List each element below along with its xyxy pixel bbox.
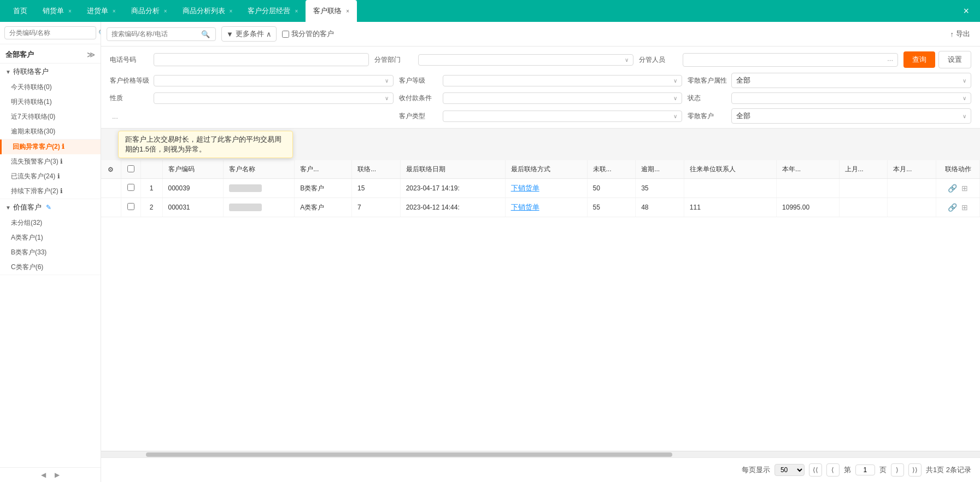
nav-close-product-analysis[interactable]: × (164, 8, 167, 14)
filter-gender-select[interactable]: ∨ (154, 92, 394, 104)
nav-product-analysis[interactable]: 商品分析 × (124, 0, 175, 22)
row1-last-date: 2023-04-17 14:19: (400, 179, 505, 198)
row1-type: B类客户 (295, 179, 352, 198)
my-customers-checkbox-label[interactable]: 我分管的客户 (282, 29, 334, 39)
row2-check[interactable] (121, 198, 140, 217)
sidebar-item-tomorrow[interactable]: 明天待联络(1) (0, 95, 101, 109)
sidebar-item-7days[interactable]: 近7天待联络(0) (0, 109, 101, 124)
nav-customer-segment[interactable]: 客户分层经营 × (240, 0, 306, 22)
dept-arrow-icon: ∨ (625, 57, 629, 63)
nav-close-product-analysis-list[interactable]: × (230, 8, 233, 14)
row1-link-icon[interactable]: 🔗 (948, 184, 957, 193)
h-scroll-thumb[interactable] (146, 452, 672, 457)
row1-check[interactable] (121, 179, 140, 198)
nav-sales-order[interactable]: 销货单 × (35, 0, 79, 22)
more-conditions-button[interactable]: ▼ 更多条件 ∧ (221, 26, 277, 42)
table-row: 2 000031 A类客户 7 2023-04-12 14:44: 下销货单 5… (101, 198, 980, 217)
filter-phone-label: 电话号码 (110, 55, 154, 65)
select-all-checkbox[interactable] (127, 165, 134, 172)
page-number-input[interactable] (855, 464, 875, 475)
col-header-uncontacted: 未联... (587, 160, 636, 179)
sidebar-item-class-c[interactable]: C类客户(6) (0, 260, 101, 275)
sidebar-next-arrow[interactable]: ▶ (51, 470, 63, 480)
sidebar-search-input[interactable] (4, 26, 96, 39)
my-customers-checkbox[interactable] (282, 31, 289, 38)
row2-qrcode-icon[interactable]: ⊞ (961, 203, 968, 212)
setting-button[interactable]: 设置 (938, 51, 971, 68)
sidebar-item-churned[interactable]: 已流失客户(24) ℹ (0, 169, 101, 184)
filter-row-3: 性质 ∨ 收付款条件 ∨ 状态 (110, 92, 971, 104)
filter-customer-level: 客户等级 ∨ (399, 75, 683, 86)
customer-level-arrow: ∨ (673, 78, 677, 84)
row1-code[interactable]: 000039 (162, 179, 223, 198)
sidebar-item-class-a[interactable]: A类客户(1) (0, 230, 101, 245)
prev-page-button[interactable]: ⟨ (826, 463, 840, 477)
edit-value-icon[interactable]: ✎ (46, 204, 51, 211)
customer-type-arrow: ∨ (673, 113, 677, 119)
row2-last-method[interactable]: 下销货单 (505, 198, 587, 217)
search-bar-icon[interactable]: 🔍 (201, 30, 210, 38)
export-button[interactable]: ↑ 导出 (946, 27, 975, 41)
filter-payment-select[interactable]: ∨ (443, 92, 683, 104)
row1-name-blurred (229, 184, 262, 192)
filter-customer-type-select[interactable]: ∨ (443, 111, 683, 122)
nav-purchase-order[interactable]: 进货单 × (79, 0, 124, 22)
last-page-button[interactable]: ⟩⟩ (908, 463, 922, 477)
window-close-button[interactable]: × (958, 5, 975, 17)
next-page-button[interactable]: ⟩ (891, 463, 904, 477)
nav-close-sales-order[interactable]: × (68, 8, 72, 14)
nav-close-customer-contact[interactable]: × (346, 8, 349, 14)
sidebar-item-today[interactable]: 今天待联络(0) (0, 80, 101, 95)
col-header-action: 联络动作 (936, 160, 980, 179)
page-suffix: 页 (879, 465, 887, 475)
row1-last-method[interactable]: 下销货单 (505, 179, 587, 198)
row2-checkbox[interactable] (127, 203, 134, 210)
row2-link-icon[interactable]: 🔗 (948, 203, 957, 212)
filter-status-select[interactable]: ∨ (731, 92, 971, 104)
nav-home[interactable]: 首页 (5, 0, 35, 22)
filter-dept-select[interactable]: ∨ (418, 54, 633, 66)
filter-retail-customer-select[interactable]: 全部 ∨ (731, 108, 971, 124)
row1-qrcode-icon[interactable]: ⊞ (961, 184, 968, 193)
sidebar-item-class-b[interactable]: B类客户(33) (0, 245, 101, 260)
nav-customer-contact[interactable]: 客户联络 × (306, 0, 357, 22)
sidebar-prev-arrow[interactable]: ◀ (38, 470, 49, 480)
sidebar-section-pending[interactable]: ▼ 待联络客户 (0, 63, 101, 80)
filter-customer-type: 客户类型 ∨ (399, 111, 683, 122)
row2-uncontacted: 55 (587, 198, 636, 217)
filter-retail-attr-select[interactable]: 全部 ∨ (731, 73, 971, 88)
row2-code[interactable]: 000031 (162, 198, 223, 217)
filter-icon: ▼ (226, 30, 233, 38)
sidebar-item-repurchase-abnormal[interactable]: 回购异常客户(2) ℹ (0, 140, 101, 154)
horizontal-scrollbar[interactable] (101, 451, 980, 457)
per-page-select[interactable]: 50 20 100 (774, 464, 805, 476)
col-header-check[interactable] (121, 160, 140, 179)
sidebar-item-overdue[interactable]: 逾期未联络(30) (0, 124, 101, 139)
col-header-settings[interactable]: ⚙ (101, 160, 121, 179)
sidebar-item-churn-warning[interactable]: 流失预警客户(3) ℹ (0, 154, 101, 169)
row2-action: 🔗 ⊞ (936, 198, 980, 217)
sidebar-nav-bottom: ◀ ▶ (0, 467, 101, 482)
extra-dots[interactable]: ... (110, 112, 120, 120)
sidebar-item-ungrouped[interactable]: 未分组(32) (0, 216, 101, 230)
first-page-button[interactable]: ⟨⟨ (809, 463, 822, 477)
nav-close-purchase-order[interactable]: × (113, 8, 116, 14)
filter-person-select[interactable]: ··· (683, 53, 898, 67)
row1-action-icons: 🔗 ⊞ (942, 184, 974, 193)
filter-customer-level-select[interactable]: ∨ (443, 75, 683, 86)
nav-close-customer-segment[interactable]: × (295, 8, 298, 14)
sidebar-item-declining[interactable]: 持续下滑客户(2) ℹ (0, 184, 101, 199)
search-input[interactable] (112, 30, 199, 38)
sidebar-collapse-button[interactable]: ≫ (87, 50, 95, 59)
nav-product-analysis-list[interactable]: 商品分析列表 × (175, 0, 240, 22)
sidebar-section-value[interactable]: ▼ 价值客户 ✎ (0, 199, 101, 216)
row1-contact-count: 15 (352, 179, 401, 198)
row1-checkbox[interactable] (127, 184, 134, 191)
filter-phone-input[interactable] (154, 53, 369, 66)
table-area[interactable]: ⚙ 客户编码 客户名称 客户... 联络... 最后联络日期 最后联络方式 未联… (101, 160, 980, 451)
sidebar-all-customers-header[interactable]: 全部客户 ≫ (0, 47, 101, 63)
filter-gender-label: 性质 (110, 94, 154, 103)
query-button[interactable]: 查询 (903, 51, 935, 68)
sidebar-search-area: 🔍 (0, 22, 101, 44)
filter-price-level-select[interactable]: ∨ (154, 75, 394, 86)
